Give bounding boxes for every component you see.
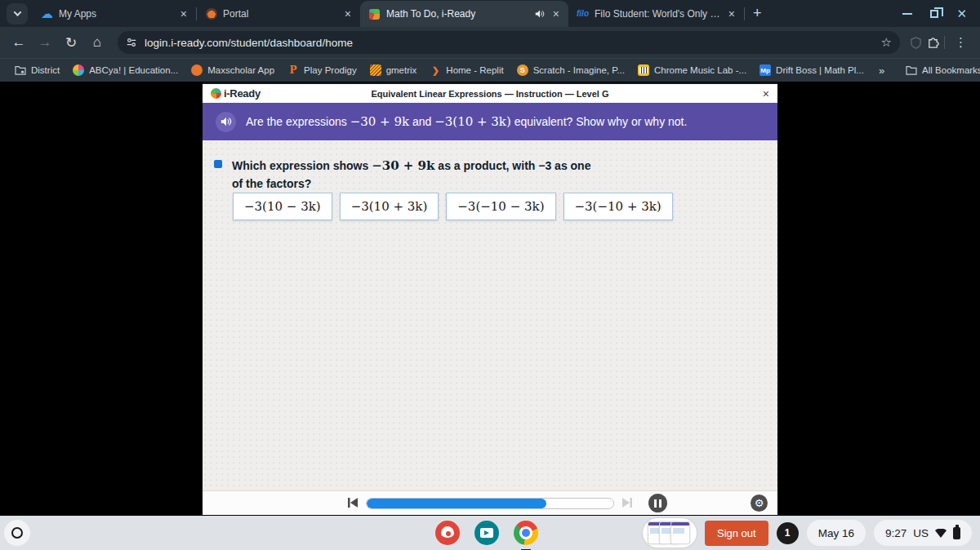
tab-filo[interactable]: filo Filo Student: World's Only Live ×: [568, 0, 744, 27]
bookmark-replit[interactable]: ❯ Home - Replit: [423, 64, 510, 76]
status-tray[interactable]: 9:27 US: [874, 520, 972, 546]
browser-toolbar: ← → ↻ ⌂ login.i-ready.com/student/dashbo…: [0, 27, 980, 58]
question-bullet-icon: [214, 160, 222, 168]
replit-icon: ❯: [430, 64, 441, 76]
url-text[interactable]: login.i-ready.com/student/dashboard/home: [145, 37, 874, 49]
answer-option-4[interactable]: −3(−10 + 3k): [564, 193, 673, 220]
math-expression: −3(10 + 3k): [434, 114, 511, 129]
answer-option-3[interactable]: −3(−10 − 3k): [446, 193, 555, 220]
answer-option-1[interactable]: −3(10 − 3k): [233, 193, 332, 220]
wifi-icon: [935, 529, 947, 538]
bookmark-maxscholar[interactable]: Maxscholar App: [185, 64, 281, 76]
managed-folder-icon: [15, 64, 26, 76]
pause-button[interactable]: [648, 494, 667, 512]
lesson-title: Equivalent Linear Expressions — Instruct…: [203, 89, 777, 99]
iready-logo-text: i-Ready: [224, 87, 261, 100]
iready-pinwheel-icon: [211, 88, 221, 99]
launcher-button[interactable]: [4, 520, 30, 546]
close-tab-icon[interactable]: ×: [550, 7, 562, 20]
bookmark-scratch[interactable]: S Scratch - Imagine, P...: [510, 64, 631, 76]
iready-cube-icon: [368, 8, 381, 20]
question-text: Which expression shows −30 + 9k as a pro…: [232, 157, 599, 193]
bookmark-label: Play Prodigy: [304, 65, 357, 75]
bookmark-prodigy[interactable]: P Play Prodigy: [281, 64, 363, 76]
lesson-progress-bar[interactable]: [366, 498, 614, 509]
window-controls: ✕: [902, 7, 980, 20]
restore-icon[interactable]: [930, 10, 938, 18]
bookmark-label: Scratch - Imagine, P...: [533, 65, 625, 75]
extensions-icon[interactable]: [927, 37, 939, 49]
math-expression: −30 + 9k: [350, 114, 409, 129]
bookmark-music-lab[interactable]: Chrome Music Lab -...: [631, 64, 753, 76]
new-tab-button[interactable]: +: [745, 5, 770, 22]
toolbar-separator: [944, 36, 945, 49]
time-label: 9:27: [885, 527, 906, 539]
audio-speaker-icon[interactable]: [216, 112, 236, 132]
lesson-content: Which expression shows −30 + 9k as a pro…: [203, 140, 777, 490]
reload-button[interactable]: ↻: [60, 32, 82, 53]
address-bar[interactable]: login.i-ready.com/student/dashboard/home…: [118, 31, 900, 54]
close-tab-icon[interactable]: ×: [342, 7, 354, 20]
launcher-icon: [11, 527, 23, 539]
bookmarks-overflow-button[interactable]: »: [871, 64, 893, 77]
back-button[interactable]: ←: [8, 32, 29, 53]
browser-menu-icon[interactable]: ⋮: [950, 35, 972, 50]
tab-iready-active[interactable]: Math To Do, i-Ready ×: [360, 1, 568, 27]
privacy-shield-icon[interactable]: [910, 37, 922, 49]
filo-icon: filo: [577, 7, 589, 20]
bookmark-district[interactable]: District: [8, 64, 66, 76]
answer-options: −3(10 − 3k) −3(10 + 3k) −3(−10 − 3k) −3(…: [233, 193, 673, 220]
iready-logo: i-Ready: [211, 87, 261, 100]
tab-search-button[interactable]: [7, 3, 28, 24]
question-row: Which expression shows −30 + 9k as a pro…: [214, 157, 599, 193]
date-label: May 16: [818, 527, 854, 539]
tab-my-apps[interactable]: ☁ My Apps ×: [33, 0, 196, 27]
settings-gear-icon[interactable]: ⚙: [751, 495, 768, 512]
bookmark-abcya[interactable]: ABCya! | Education...: [66, 64, 185, 76]
music-lab-icon: [638, 64, 649, 76]
portal-icon: [205, 7, 217, 20]
minimize-icon[interactable]: [902, 13, 912, 15]
lesson-close-icon[interactable]: ×: [763, 87, 769, 100]
canvas-app-icon[interactable]: [435, 521, 460, 545]
site-settings-icon[interactable]: [126, 37, 137, 48]
bookmark-gmetrix[interactable]: gmetrix: [363, 64, 424, 76]
tab-portal[interactable]: Portal ×: [197, 0, 360, 27]
all-bookmarks-button[interactable]: All Bookmarks: [899, 64, 980, 76]
cloud-icon: ☁: [41, 7, 53, 20]
bookmark-label: gmetrix: [386, 65, 417, 75]
screencast-app-icon[interactable]: [474, 521, 499, 545]
window-preview-pill[interactable]: [643, 518, 697, 548]
tab-strip: ☁ My Apps × Portal × Math To Do, i-Ready…: [0, 0, 980, 27]
tab-audio-icon[interactable]: [535, 9, 545, 19]
bookmark-star-icon[interactable]: ☆: [881, 35, 892, 50]
forward-button[interactable]: →: [34, 32, 56, 53]
chrome-app-icon[interactable]: [514, 521, 538, 545]
gmetrix-icon: [370, 64, 381, 76]
bookmark-label: ABCya! | Education...: [89, 65, 178, 75]
bookmark-drift-boss[interactable]: Mp Drift Boss | Math Pl...: [753, 64, 871, 76]
tab-title: Portal: [223, 8, 336, 20]
date-pill[interactable]: May 16: [807, 520, 866, 546]
sign-out-button[interactable]: Sign out: [705, 521, 768, 546]
bookmarks-bar: District ABCya! | Education... Maxschola…: [0, 58, 980, 82]
prompt-banner: Are the expressions −30 + 9k and −3(10 +…: [203, 103, 777, 140]
shelf-apps: [435, 521, 538, 545]
all-bookmarks-label: All Bookmarks: [922, 65, 980, 75]
close-window-icon[interactable]: ✕: [956, 7, 967, 20]
close-tab-icon[interactable]: ×: [726, 7, 737, 20]
close-tab-icon[interactable]: ×: [178, 7, 189, 20]
tab-title: My Apps: [59, 8, 172, 20]
home-button[interactable]: ⌂: [87, 32, 108, 53]
answer-option-2[interactable]: −3(10 + 3k): [340, 193, 439, 220]
lesson-header: Equivalent Linear Expressions — Instruct…: [203, 84, 777, 103]
skip-forward-icon[interactable]: [621, 496, 634, 512]
scratch-icon: S: [517, 64, 528, 76]
bookmark-label: Drift Boss | Math Pl...: [776, 65, 864, 75]
progress-fill: [367, 499, 546, 508]
lesson-player-bar: ⚙: [203, 490, 777, 515]
skip-back-icon[interactable]: [346, 496, 359, 512]
ime-label: US: [913, 527, 929, 539]
bookmark-label: Home - Replit: [446, 65, 503, 75]
notification-badge[interactable]: 1: [777, 522, 799, 544]
